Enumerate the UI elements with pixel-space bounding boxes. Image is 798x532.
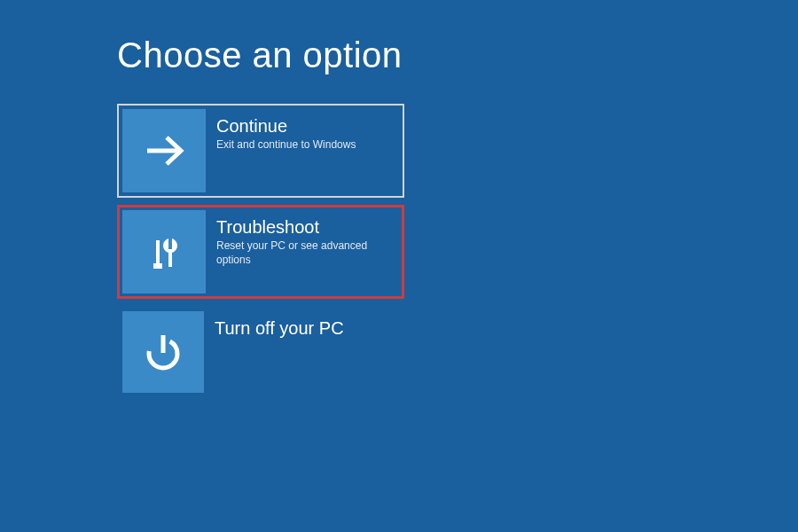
option-title: Troubleshoot (216, 217, 388, 238)
option-turn-off[interactable]: Turn off your PC (117, 306, 404, 400)
option-title: Continue (216, 116, 356, 137)
option-turn-off-text: Turn off your PC (204, 311, 355, 395)
recovery-options-screen: Choose an option Continue Exit and conti… (0, 0, 798, 400)
option-continue[interactable]: Continue Exit and continue to Windows (117, 104, 404, 198)
svg-rect-2 (153, 263, 162, 269)
arrow-right-icon (122, 109, 206, 192)
svg-rect-1 (156, 240, 160, 265)
option-troubleshoot[interactable]: Troubleshoot Reset your PC or see advanc… (117, 205, 404, 299)
option-subtitle: Exit and continue to Windows (216, 138, 356, 153)
tools-icon (122, 210, 206, 293)
option-title: Turn off your PC (215, 318, 344, 339)
option-subtitle: Reset your PC or see advanced options (216, 239, 388, 267)
page-title: Choose an option (117, 35, 798, 75)
option-continue-text: Continue Exit and continue to Windows (206, 109, 366, 192)
option-troubleshoot-text: Troubleshoot Reset your PC or see advanc… (206, 210, 399, 293)
power-icon (122, 311, 204, 393)
